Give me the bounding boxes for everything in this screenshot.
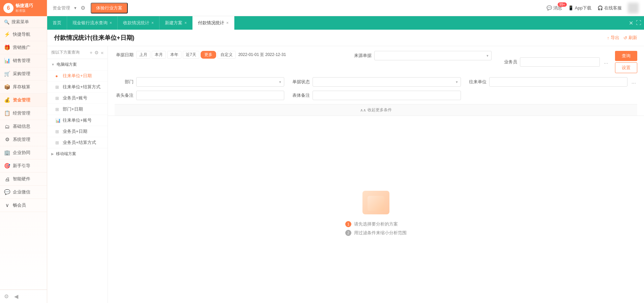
search-menu[interactable]: 🔍 搜索菜单 — [0, 16, 47, 28]
scheme-group-mobile[interactable]: ▶ 移动端方案 — [47, 148, 108, 159]
app-download-btn[interactable]: 📱 App下载 — [568, 5, 591, 11]
sidebar-item-operation[interactable]: 📋 经营管理 — [0, 107, 47, 120]
scheme-item-staff-date[interactable]: ⊞ 业务员+日期 — [47, 126, 108, 137]
filter-table-body-note-input[interactable] — [313, 91, 461, 100]
content-area: 付款情况统计(往来单位+日期) ↑ 导出 ↺ 刷新 按以下方案查询 + — [47, 30, 644, 303]
sidebar-item-basic[interactable]: 🗂 基础信息 — [0, 120, 47, 133]
filter-source-label: 来源单据 — [353, 53, 372, 59]
tab-close-icon[interactable]: × — [110, 21, 112, 25]
scheme-item-label: 往来单位+日期 — [63, 73, 92, 79]
close-all-tabs-icon[interactable]: ✕ — [629, 20, 633, 26]
filter-doc-status-select[interactable]: ▾ — [313, 77, 461, 87]
tabs-bar: 首页 现金银行流水查询 × 收款情况统计 × 新建方案 × 付款情况统计 × ✕… — [47, 16, 644, 30]
filter-item-counterpart: 往来单位 ... — [468, 77, 637, 87]
tab-receivable[interactable]: 收款情况统计 × — [118, 16, 159, 30]
sidebar-item-label: 采购管理 — [13, 71, 30, 77]
date-btn-this-year[interactable]: 本年 — [167, 51, 181, 59]
scheme-item-dept-date[interactable]: ⊞ 部门+日期 — [47, 104, 108, 115]
filter-table-header-note-input[interactable] — [136, 91, 284, 100]
scheme-item-unit-account[interactable]: 📊 往来单位+账号 — [47, 115, 108, 126]
query-btn[interactable]: 查询 — [615, 51, 637, 61]
filter-item-date: 单据日期 上月 本月 本年 近7天 更多 自定义 2022-01-01 至 20… — [115, 51, 346, 59]
app-icon: 📱 — [568, 5, 574, 10]
tab-close-icon[interactable]: × — [151, 21, 154, 25]
empty-tips: 1 请先选择要分析的方案 2 用过滤条件来缩小分析范围 — [345, 221, 407, 239]
scheme-settings-icon[interactable]: ⚙ — [94, 50, 99, 55]
sidebar-item-label: 新手引导 — [13, 163, 30, 169]
empty-tip-2: 2 用过滤条件来缩小分析范围 — [345, 230, 407, 236]
add-scheme-icon[interactable]: + — [90, 50, 92, 55]
filter-salesman-input[interactable] — [520, 57, 599, 67]
scheme-item-icon: ⊞ — [55, 96, 61, 101]
sidebar-item-marketing[interactable]: 🎁 营销推广 — [0, 41, 47, 54]
filter-row-2: 部门 ▾ 单据状态 ▾ — [115, 77, 637, 87]
sidebar-item-hardware[interactable]: 🖨 智能硬件 — [0, 173, 47, 186]
scheme-header-label: 按以下方案查询 — [51, 50, 80, 55]
date-btn-last-month[interactable]: 上月 — [136, 51, 150, 59]
scheme-item-label: 业务员+日期 — [63, 128, 87, 134]
settings-btn[interactable]: 设置 — [615, 62, 637, 73]
collapse-more-btn[interactable]: ∧∧ 收起更多条件 — [115, 104, 637, 116]
scheme-item-active-icon: ● — [55, 73, 61, 79]
sidebar-item-label: 资金管理 — [13, 97, 30, 103]
wechat-icon: 💬 — [4, 189, 10, 195]
mobile-group-arrow-icon: ▶ — [51, 152, 54, 156]
filter-source-select[interactable]: ▾ — [374, 51, 492, 60]
sidebar-item-label: 经营管理 — [13, 110, 30, 116]
scheme-item-staff-account[interactable]: ⊞ 业务员+账号 — [47, 93, 108, 104]
notice-btn[interactable]: 💬 消息 99+ — [547, 5, 562, 11]
tab-new-scheme[interactable]: 新建方案 × — [159, 16, 193, 30]
filter-item-salesman: 业务员 ... 查询 设置 — [498, 51, 637, 73]
filter-counterpart-input[interactable] — [489, 77, 627, 87]
tab-payment-stat[interactable]: 付款情况统计 × — [193, 16, 234, 30]
topbar-settings-icon[interactable]: ⚙ — [81, 5, 85, 11]
sidebar-item-guide[interactable]: 🎯 新手引导 — [0, 159, 47, 173]
avatar[interactable]: Rit — [628, 3, 639, 13]
collapse-bottom-icon[interactable]: ◀ — [14, 293, 18, 300]
trial-btn[interactable]: 体验行业方案 — [91, 3, 128, 13]
filter-salesman-dots[interactable]: ... — [603, 59, 610, 65]
purchase-icon: 🛒 — [4, 71, 10, 77]
expand-tabs-icon[interactable]: ⛶ — [636, 20, 641, 26]
topbar: 资金管理 ▾ ⚙ 体验行业方案 💬 消息 99+ 📱 App下载 🎧 在线客服 … — [47, 0, 644, 16]
tab-cashflow[interactable]: 现金银行流水查询 × — [67, 16, 118, 30]
notice-badge: 99+ — [558, 2, 567, 7]
sidebar-nav: ⚡ 快捷导航 🎁 营销推广 📊 销售管理 🛒 采购管理 📦 库存核算 💰 资金管… — [0, 28, 47, 290]
sidebar-item-sales[interactable]: 📊 销售管理 — [0, 54, 47, 67]
scheme-item-unit-date[interactable]: ● 往来单位+日期 — [47, 70, 108, 82]
sidebar-item-wechat[interactable]: 💬 企业微信 — [0, 186, 47, 199]
date-btn-custom[interactable]: 自定义 — [217, 51, 236, 59]
tab-home[interactable]: 首页 — [47, 16, 67, 30]
sales-icon: 📊 — [4, 58, 10, 64]
sidebar-item-purchase[interactable]: 🛒 采购管理 — [0, 67, 47, 81]
scheme-collapse-icon[interactable]: « — [101, 50, 104, 55]
export-btn[interactable]: ↑ 导出 — [607, 35, 620, 41]
filter-dept-select[interactable]: ▾ — [136, 77, 284, 87]
sidebar-item-member[interactable]: ∨ 畅会员 — [0, 199, 47, 212]
sidebar-item-enterprise[interactable]: 🏢 企业协同 — [0, 146, 47, 159]
date-btn-7days[interactable]: 近7天 — [183, 51, 199, 59]
logo-sub: 标准版 — [16, 8, 33, 13]
sidebar-item-capital[interactable]: 💰 资金管理 — [0, 94, 47, 107]
sidebar-item-quick-nav[interactable]: ⚡ 快捷导航 — [0, 28, 47, 41]
filter-salesman-label: 业务员 — [498, 59, 517, 65]
scheme-panel: 按以下方案查询 + ⚙ « ▼ 电脑端方案 ● 往来单位+日期 — [47, 46, 108, 303]
workspace: 按以下方案查询 + ⚙ « ▼ 电脑端方案 ● 往来单位+日期 — [47, 46, 644, 303]
date-btn-more[interactable]: 更多 — [201, 51, 216, 59]
online-service-btn[interactable]: 🎧 在线客服 — [597, 5, 622, 11]
topbar-dropdown[interactable]: ▾ — [74, 5, 77, 10]
tab-close-icon[interactable]: × — [184, 21, 187, 25]
sidebar-item-system[interactable]: ⚙ 系统管理 — [0, 133, 47, 146]
filter-counterpart-dots[interactable]: ... — [630, 79, 637, 85]
scheme-item-unit-settle[interactable]: ⊞ 往来单位+结算方式 — [47, 82, 108, 93]
scheme-item-label: 往来单位+账号 — [63, 117, 92, 123]
date-btn-this-month[interactable]: 本月 — [152, 51, 166, 59]
scheme-item-label: 业务员+结算方式 — [63, 140, 96, 146]
refresh-btn[interactable]: ↺ 刷新 — [623, 35, 637, 41]
sidebar-item-inventory[interactable]: 📦 库存核算 — [0, 81, 47, 94]
sidebar-item-label: 销售管理 — [13, 58, 30, 64]
scheme-item-staff-settle[interactable]: ⊞ 业务员+结算方式 — [47, 137, 108, 148]
scheme-group-desktop-title[interactable]: ▼ 电脑端方案 — [47, 59, 108, 70]
tab-close-icon[interactable]: × — [226, 21, 229, 25]
settings-bottom-icon[interactable]: ⚙ — [4, 293, 9, 300]
